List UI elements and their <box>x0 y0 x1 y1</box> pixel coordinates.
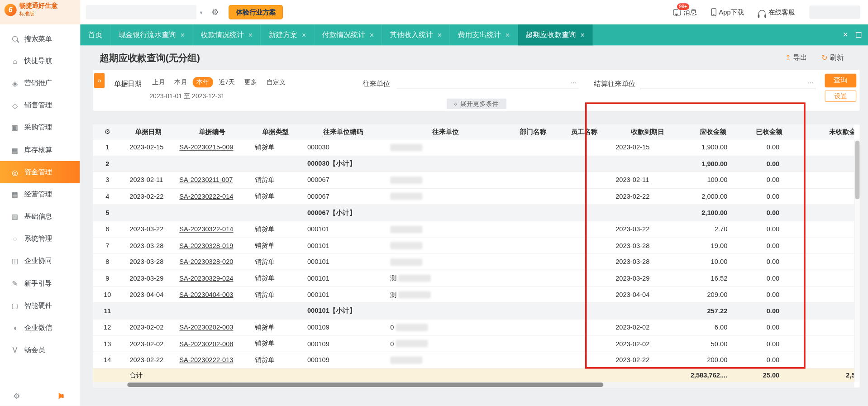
user-account[interactable] <box>809 5 860 19</box>
cell-due-date: 2023-04-04 <box>609 287 687 303</box>
collapse-filter-button[interactable]: » <box>94 73 105 88</box>
vertical-scrollbar[interactable] <box>854 139 859 382</box>
tab-close-icon[interactable]: × <box>181 31 185 39</box>
doc-no-link[interactable]: SA-20230328-020 <box>179 258 233 266</box>
doc-no-link[interactable]: SA-20230404-003 <box>179 291 233 298</box>
sidebar-item-sales[interactable]: ◇销售管理 <box>0 95 80 117</box>
chevron-down-icon[interactable]: ▾ <box>200 9 203 15</box>
total-row: 合计 2,583,762.... 25.00 2,5 <box>93 368 854 382</box>
tab-other-income-stats[interactable]: 其他收入统计× <box>382 24 450 45</box>
cell-doc-type: 销货单 <box>249 221 301 237</box>
export-button[interactable]: ↥ 导出 <box>785 53 807 62</box>
export-icon: ↥ <box>785 53 791 62</box>
settle-partner-input[interactable]: ⋯ <box>640 76 816 89</box>
sidebar-item-operation[interactable]: ▤经营管理 <box>0 183 80 205</box>
doc-no-link[interactable]: SA-20230211-007 <box>179 176 233 184</box>
cell-emp <box>560 320 609 335</box>
sidebar-item-system[interactable]: ◌系统管理 <box>0 228 80 250</box>
cell-emp <box>560 303 609 319</box>
cell-doc-no <box>175 205 249 221</box>
expand-more-button[interactable]: » 展开更多条件 <box>446 99 506 109</box>
online-support-button[interactable]: 在线客服 <box>758 8 795 17</box>
sidebar-item-base-info[interactable]: ▥基础信息 <box>0 205 80 228</box>
cell-emp <box>560 352 609 368</box>
sidebar-item-member[interactable]: Ⅴ畅会员 <box>0 339 80 361</box>
doc-no-link[interactable]: SA-20230222-013 <box>179 356 233 364</box>
tab-close-icon[interactable]: × <box>506 31 510 39</box>
announcement-speaker-icon[interactable] <box>62 392 67 399</box>
company-selector[interactable] <box>86 5 197 19</box>
query-button[interactable]: 查询 <box>825 74 857 88</box>
tab-close-icon[interactable]: × <box>248 31 253 39</box>
tab-payment-stats[interactable]: 付款情况统计× <box>315 24 382 45</box>
app-download-button[interactable]: App下载 <box>711 8 744 17</box>
date-quick-option[interactable]: 更多 <box>240 77 261 87</box>
settle-partner-picker-ellipsis-icon[interactable]: ⋯ <box>807 79 814 87</box>
tab-overdue-receivables[interactable]: 超期应收款查询× <box>518 24 593 45</box>
tab-close-icon[interactable]: × <box>581 31 585 39</box>
column-header: 单据日期 <box>122 124 175 139</box>
tab-home[interactable]: 首页 <box>80 24 110 45</box>
partner-picker-ellipsis-icon[interactable]: ⋯ <box>570 79 577 87</box>
cell-received: 0.00 <box>739 221 799 237</box>
trial-industry-button[interactable]: 体验行业方案 <box>229 5 283 19</box>
sidebar-item-guide[interactable]: ✎新手引导 <box>0 272 80 295</box>
tab-close-icon[interactable]: × <box>438 31 442 39</box>
column-settings-gear-icon[interactable]: ⚙ <box>93 124 122 139</box>
vertical-scrollbar-thumb[interactable] <box>855 141 860 200</box>
total-received: 25.00 <box>739 369 799 382</box>
column-header: 单据编号 <box>175 124 249 139</box>
sidebar-item-wechat[interactable]: ◖企业微信 <box>0 317 80 339</box>
sidebar-item-purchase[interactable]: ▣采购管理 <box>0 117 80 139</box>
date-quick-option[interactable]: 本月 <box>171 77 191 87</box>
cell-doc-date: 2023-03-22 <box>122 221 175 237</box>
tab-close-icon[interactable]: × <box>302 31 306 39</box>
sidebar-item-search-menu[interactable]: 搜索菜单 <box>0 28 80 50</box>
export-label: 导出 <box>793 53 807 62</box>
sidebar-item-label: 新手引导 <box>24 279 52 288</box>
doc-no-link[interactable]: SA-20230329-024 <box>179 274 233 282</box>
date-quick-option[interactable]: 近7天 <box>215 77 239 87</box>
horizontal-scrollbar[interactable] <box>93 382 854 387</box>
tab-label: 新建方案 <box>268 30 297 40</box>
doc-no-link[interactable]: SA-20230202-008 <box>179 340 233 348</box>
tab-label: 其他收入统计 <box>390 30 433 40</box>
partner-input[interactable]: ⋯ <box>396 76 579 89</box>
cell-dept <box>506 139 559 155</box>
filter-settings-button[interactable]: 设置 <box>825 90 857 102</box>
doc-no-link[interactable]: SA-20230222-014 <box>179 193 233 201</box>
messages-badge: 99+ <box>676 3 690 11</box>
doc-no-link[interactable]: SA-20230328-019 <box>179 242 233 249</box>
sidebar-item-funds[interactable]: ◎资金管理 <box>0 161 80 183</box>
sidebar-item-label: 销售管理 <box>24 101 52 110</box>
restore-window-icon[interactable] <box>856 32 861 38</box>
tab-close-icon[interactable]: × <box>370 31 374 39</box>
date-quick-option[interactable]: 上月 <box>148 77 169 87</box>
tab-cash-bank-flow[interactable]: 现金银行流水查询× <box>111 24 193 45</box>
doc-no-link[interactable]: SA-20230215-009 <box>179 143 233 151</box>
messages-button[interactable]: 消息 99+ <box>673 8 697 17</box>
sidebar-gear-icon[interactable]: ⚙ <box>13 392 20 401</box>
date-quick-option[interactable]: 自定义 <box>262 77 289 87</box>
row-number: 7 <box>93 238 122 253</box>
refresh-button[interactable]: ↻ 刷新 <box>821 53 844 62</box>
tab-new-plan[interactable]: 新建方案× <box>261 24 314 45</box>
cell-partner-code: 000109 <box>302 352 385 368</box>
doc-no-link[interactable]: SA-20230322-014 <box>179 225 233 233</box>
date-quick-option[interactable]: 本年 <box>193 77 213 87</box>
close-all-tabs-icon[interactable]: × <box>843 30 848 40</box>
tab-expense-stats[interactable]: 费用支出统计× <box>450 24 518 45</box>
date-range-value[interactable]: 2023-01-01 至 2023-12-31 <box>149 92 224 100</box>
horizontal-scrollbar-thumb[interactable] <box>127 382 603 387</box>
cell-partner: 测 <box>385 287 506 303</box>
sidebar-item-hardware[interactable]: ▢智能硬件 <box>0 295 80 317</box>
header-gear-icon[interactable]: ⚙ <box>211 7 219 17</box>
sidebar-item-inventory[interactable]: ▦库存核算 <box>0 139 80 161</box>
tab-receipt-stats[interactable]: 收款情况统计× <box>193 24 261 45</box>
sidebar-item-marketing[interactable]: ◈营销推广 <box>0 72 80 94</box>
redacted-partner-name <box>390 242 422 249</box>
doc-no-link[interactable]: SA-20230202-003 <box>179 324 233 331</box>
sidebar-item-quick-nav[interactable]: ⌂快捷导航 <box>0 50 80 72</box>
sidebar-item-collab[interactable]: ◫企业协同 <box>0 250 80 272</box>
cell-receivable: 2,000.00 <box>687 189 739 205</box>
